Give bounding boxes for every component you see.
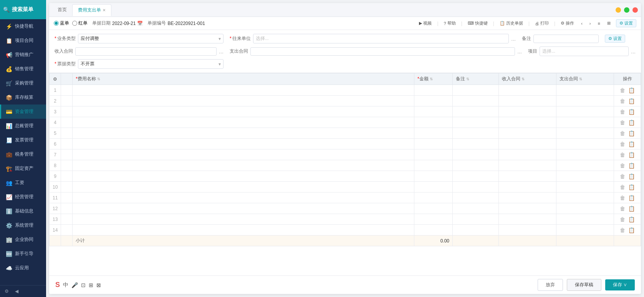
cell-note-14[interactable] xyxy=(453,225,499,236)
toolbar-print-btn[interactable]: 🖨 打印 xyxy=(533,20,550,27)
sort-expense-contract[interactable]: ⇅ xyxy=(579,77,582,81)
cell-note-13[interactable] xyxy=(453,214,499,225)
cell-expense-name-7[interactable] xyxy=(73,149,414,160)
calendar-icon[interactable]: 📅 xyxy=(137,21,143,26)
delete-row-7[interactable]: 🗑 xyxy=(619,152,626,158)
sidebar-item-enterprise[interactable]: 🏢企业协同 xyxy=(0,232,46,247)
settings-button[interactable]: ⚙ 设置 xyxy=(616,19,636,27)
sort-income-contract[interactable]: ⇅ xyxy=(521,77,525,81)
sidebar-item-accounting[interactable]: 📊总账管理 xyxy=(0,119,46,133)
cell-amount-11[interactable] xyxy=(414,192,453,203)
cell-expense-contract-5[interactable] xyxy=(556,128,614,139)
cell-expense-name-13[interactable] xyxy=(73,214,414,225)
sort-note[interactable]: ⇅ xyxy=(466,77,469,81)
delete-row-10[interactable]: 🗑 xyxy=(619,184,626,190)
cell-note-6[interactable] xyxy=(453,139,499,149)
tab-home[interactable]: 首页 xyxy=(52,4,72,15)
cell-note-5[interactable] xyxy=(453,128,499,139)
cell-note-8[interactable] xyxy=(453,160,499,171)
sidebar-item-fixed-assets[interactable]: 🏗️固定资产 xyxy=(0,161,46,176)
cell-income-contract-13[interactable] xyxy=(499,214,556,225)
delete-row-14[interactable]: 🗑 xyxy=(619,227,626,233)
cell-income-contract-7[interactable] xyxy=(499,149,556,160)
delete-row-4[interactable]: 🗑 xyxy=(619,119,626,126)
sidebar-item-base-info[interactable]: ℹ️基础信息 xyxy=(0,204,46,218)
cell-expense-name-5[interactable] xyxy=(73,128,414,139)
income-contract-ellipsis[interactable]: ... xyxy=(219,48,223,55)
cell-expense-contract-12[interactable] xyxy=(556,203,614,214)
sidebar-item-cloud-app[interactable]: ☁️云应用 xyxy=(0,261,46,275)
copy-row-4[interactable]: 📋 xyxy=(627,119,636,126)
business-type-select[interactable]: 应付调整 ▾ xyxy=(78,34,223,43)
expense-contract-input[interactable] xyxy=(250,47,515,56)
expense-contract-ellipsis[interactable]: ... xyxy=(517,48,522,55)
sidebar-item-quick-nav[interactable]: ⚡快捷导航 xyxy=(0,19,46,33)
delete-row-12[interactable]: 🗑 xyxy=(619,206,626,212)
delete-row-1[interactable]: 🗑 xyxy=(619,87,626,93)
copy-row-9[interactable]: 📋 xyxy=(627,173,636,179)
copy-row-5[interactable]: 📋 xyxy=(627,130,636,136)
sidebar-item-payroll[interactable]: 👥工资 xyxy=(0,176,46,190)
cell-expense-contract-7[interactable] xyxy=(556,149,614,160)
toolbar-history-btn[interactable]: 📋 历史单据 xyxy=(498,20,525,27)
toolbar-view-grid[interactable]: ⊞ xyxy=(606,20,612,27)
abandon-button[interactable]: 放弃 xyxy=(538,279,563,291)
cell-note-11[interactable] xyxy=(453,192,499,203)
cell-note-10[interactable] xyxy=(453,182,499,192)
delete-row-8[interactable]: 🗑 xyxy=(619,163,626,169)
cell-expense-name-12[interactable] xyxy=(73,203,414,214)
toolbar-nav-prev[interactable]: ‹ xyxy=(579,20,584,27)
cell-expense-contract-4[interactable] xyxy=(556,117,614,128)
cell-expense-contract-14[interactable] xyxy=(556,225,614,236)
save-local-icon[interactable]: ⊞ xyxy=(89,282,93,288)
cell-income-contract-8[interactable] xyxy=(499,160,556,171)
cell-income-contract-3[interactable] xyxy=(499,106,556,117)
counterpart-select[interactable]: 选择... xyxy=(253,34,509,43)
sidebar-item-purchase[interactable]: 🛒采购管理 xyxy=(0,76,46,90)
sidebar-item-project-contract[interactable]: 📋项目合同 xyxy=(0,33,46,48)
window-close[interactable] xyxy=(632,7,638,13)
cell-income-contract-11[interactable] xyxy=(499,192,556,203)
copy-row-12[interactable]: 📋 xyxy=(627,206,636,212)
radio-red-input[interactable] xyxy=(72,21,77,26)
delete-row-9[interactable]: 🗑 xyxy=(619,173,626,179)
cell-amount-3[interactable] xyxy=(414,106,453,117)
cell-income-contract-12[interactable] xyxy=(499,203,556,214)
sidebar-item-capital[interactable]: 💳资金管理 xyxy=(0,105,46,119)
cell-income-contract-10[interactable] xyxy=(499,182,556,192)
cell-expense-contract-9[interactable] xyxy=(556,171,614,182)
window-maximize[interactable] xyxy=(624,7,629,13)
invoice-type-select[interactable]: 不开票 ▾ xyxy=(78,59,223,69)
counterpart-ellipsis[interactable]: ... xyxy=(511,36,516,42)
delete-row-5[interactable]: 🗑 xyxy=(619,130,626,136)
copy-row-13[interactable]: 📋 xyxy=(627,216,636,222)
cell-expense-name-11[interactable] xyxy=(73,192,414,203)
cell-amount-8[interactable] xyxy=(414,160,453,171)
delete-row-11[interactable]: 🗑 xyxy=(619,195,626,201)
cell-amount-5[interactable] xyxy=(414,128,453,139)
sidebar-item-tax[interactable]: 💼税务管理 xyxy=(0,147,46,161)
cell-expense-name-14[interactable] xyxy=(73,225,414,236)
cell-amount-6[interactable] xyxy=(414,139,453,149)
cell-income-contract-4[interactable] xyxy=(499,117,556,128)
cell-expense-name-2[interactable] xyxy=(73,96,414,106)
cell-amount-4[interactable] xyxy=(414,117,453,128)
cell-note-12[interactable] xyxy=(453,203,499,214)
delete-row-3[interactable]: 🗑 xyxy=(619,109,626,115)
radio-blue-input[interactable] xyxy=(54,21,59,26)
form-settings-button[interactable]: ⚙ 设置 xyxy=(605,35,625,43)
scan-icon[interactable]: ⊡ xyxy=(81,282,86,288)
delete-row-13[interactable]: 🗑 xyxy=(619,216,626,222)
tab-expense[interactable]: 费用支出单 ✕ xyxy=(72,4,111,16)
radio-blue[interactable]: 蓝单 xyxy=(54,20,69,27)
copy-row-2[interactable]: 📋 xyxy=(627,98,636,104)
income-contract-input[interactable] xyxy=(75,47,217,56)
cell-income-contract-1[interactable] xyxy=(499,85,556,96)
cell-expense-contract-13[interactable] xyxy=(556,214,614,225)
cell-expense-name-8[interactable] xyxy=(73,160,414,171)
save-draft-button[interactable]: 保存草稿 xyxy=(567,279,601,291)
project-select[interactable]: 选择... xyxy=(540,46,629,56)
copy-row-7[interactable]: 📋 xyxy=(627,152,636,158)
cell-note-2[interactable] xyxy=(453,96,499,106)
copy-row-3[interactable]: 📋 xyxy=(627,109,636,115)
